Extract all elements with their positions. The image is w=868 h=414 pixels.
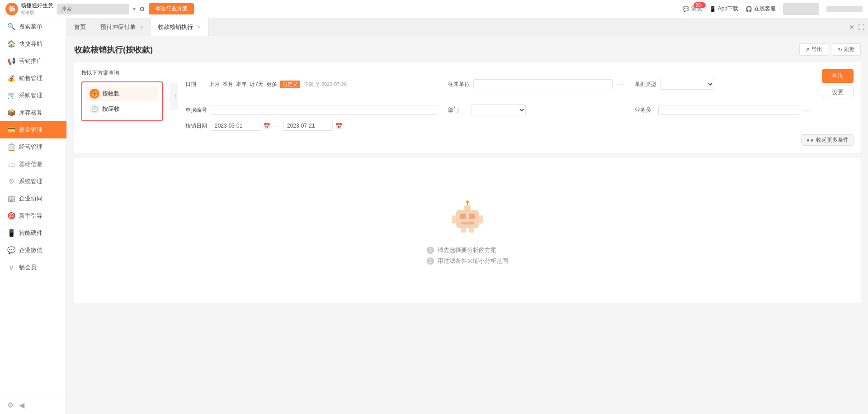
gear-icon[interactable]: ⚙ <box>139 5 145 13</box>
query-btn[interactable]: 查询 <box>822 69 854 83</box>
empty-illustration <box>447 196 488 239</box>
calendar-start-icon[interactable]: 📅 <box>263 123 270 129</box>
sidebar-item-label: 系统管理 <box>19 177 42 186</box>
filter-rows: 日期 上月 本月 本年 近7天 更多 自定义 不限 至 2023-07-26 <box>185 69 854 131</box>
sidebar-item-basic-info[interactable]: 🗃 基础信息 <box>0 156 66 173</box>
docno-input[interactable] <box>211 105 437 115</box>
tab-home[interactable]: 首页 <box>67 18 93 36</box>
sidebar-item-sales[interactable]: 💰 销售管理 <box>0 70 66 87</box>
sidebar-item-label: 库存核算 <box>19 109 42 117</box>
filter-counterpart-field: 往来单位 ··· <box>448 79 624 89</box>
filter-row-3: 核销日期 📅 — 📅 <box>185 121 854 131</box>
date-opt-7days[interactable]: 近7天 <box>250 81 264 88</box>
collapse-icon[interactable]: ◀ <box>19 401 24 409</box>
brand-icon: 畅 <box>5 3 18 15</box>
sidebar-item-marketing[interactable]: 📢 营销推广 <box>0 52 66 70</box>
system-icon: ⚙ <box>7 177 15 186</box>
setting-btn[interactable]: 设置 <box>822 86 854 99</box>
sidebar-item-purchase[interactable]: 🛒 采购管理 <box>0 87 66 104</box>
search-icon: 🔍 <box>7 23 15 31</box>
svg-rect-0 <box>456 210 479 228</box>
topbar-right: 💬 消息 99+ 📱 App下载 🎧 在线客服 <box>683 3 863 15</box>
receivable-icon: 🕐 <box>90 104 99 114</box>
topbar-left: 畅 畅捷通好生意 标准版 ▾ ⚙ 体验行业方案 <box>5 2 194 16</box>
collapse-more-btn[interactable]: ∧∧ 收起更多条件 <box>801 134 854 146</box>
query-actions: 查询 设置 <box>822 69 854 99</box>
date-separator: — <box>273 122 280 130</box>
staff-input[interactable] <box>658 105 799 115</box>
date-opt-last-month[interactable]: 上月 <box>209 81 220 88</box>
svg-rect-1 <box>460 214 466 219</box>
marketing-icon: 📢 <box>7 57 15 65</box>
tab-prepay[interactable]: 预付冲应付单 × <box>93 18 151 36</box>
app-download-btn[interactable]: 📱 App下载 <box>709 5 738 13</box>
online-service-btn[interactable]: 🎧 在线客服 <box>745 5 776 13</box>
refresh-btn[interactable]: ↻ 刷新 <box>832 43 861 56</box>
tab-close-all-icon[interactable]: ✕ <box>849 24 854 31</box>
empty-step2-label: 用过滤条件来缩小分析范围 <box>438 257 508 265</box>
inventory-icon: 📦 <box>7 109 15 117</box>
empty-step-1: 1 请先选择要分析的方案 <box>427 246 496 254</box>
export-btn[interactable]: ↗ 导出 <box>799 43 828 56</box>
filter-row-2: 单据编号 部门 业务员 ··· <box>185 105 854 115</box>
service-icon: 🎧 <box>745 6 752 12</box>
sidebar-item-label: 基础信息 <box>19 160 42 168</box>
empty-text: 1 请先选择要分析的方案 2 用过滤条件来缩小分析范围 <box>427 246 508 265</box>
date-opt-custom[interactable]: 自定义 <box>280 81 300 88</box>
tab-collection[interactable]: 收款核销执行 × <box>151 18 208 36</box>
doctype-select[interactable] <box>660 79 714 90</box>
refresh-icon: ↻ <box>838 47 842 53</box>
filter-option-receipt[interactable]: 💰 按收款 <box>86 86 158 101</box>
staff-dots[interactable]: ··· <box>803 106 811 114</box>
wechat-icon: 💬 <box>7 246 15 254</box>
filter-option-receivable[interactable]: 🕐 按应收 <box>86 101 158 117</box>
sales-icon: 💰 <box>7 74 15 82</box>
search-input[interactable] <box>57 4 129 14</box>
filter-writeoff-date-field: 核销日期 📅 — 📅 <box>185 121 854 131</box>
sidebar-item-beginner[interactable]: 🎯 新手引导 <box>0 207 66 224</box>
counterpart-dots[interactable]: ··· <box>616 81 624 88</box>
message-btn[interactable]: 💬 消息 99+ <box>683 5 702 13</box>
refresh-label: 刷新 <box>844 46 855 53</box>
tab-expand-icon[interactable]: ⛶ <box>858 24 864 31</box>
date-opt-this-year[interactable]: 本年 <box>236 81 247 88</box>
chevron-down-icon[interactable]: ▾ <box>133 6 136 12</box>
calendar-end-icon[interactable]: 📅 <box>335 123 343 129</box>
settings-icon[interactable]: ⚙ <box>7 401 14 409</box>
tab-collection-label: 收款核销执行 <box>158 23 193 31</box>
beginner-icon: 🎯 <box>7 212 15 220</box>
dept-select[interactable] <box>472 105 526 115</box>
sidebar-item-search[interactable]: 🔍 搜索菜单 <box>0 18 66 35</box>
tab-collection-close[interactable]: × <box>198 24 200 30</box>
step-num-1: 1 <box>427 247 434 254</box>
message-badge: 99+ <box>693 2 706 8</box>
tab-prepay-close[interactable]: × <box>140 24 143 30</box>
sidebar-item-hardware[interactable]: 📱 智能硬件 <box>0 224 66 242</box>
step-num-2: 2 <box>427 257 434 265</box>
sidebar-item-inventory[interactable]: 📦 库存核算 <box>0 104 66 121</box>
svg-rect-9 <box>461 228 466 233</box>
filter-collapse-btn[interactable]: 《 <box>170 83 178 110</box>
writeoff-start-input[interactable] <box>211 121 260 131</box>
date-opt-this-month[interactable]: 本月 <box>222 81 233 88</box>
doctype-label: 单据类型 <box>635 81 656 88</box>
sidebar-item-member[interactable]: V 畅会员 <box>0 259 66 276</box>
sidebar-item-quick-nav[interactable]: 🏠 快捷导航 <box>0 35 66 52</box>
sidebar-item-label: 采购管理 <box>19 91 42 100</box>
date-opt-more[interactable]: 更多 <box>266 81 277 88</box>
sidebar-item-operations[interactable]: 📋 经营管理 <box>0 138 66 156</box>
page-title: 收款核销执行(按收款) <box>74 44 153 55</box>
industry-btn[interactable]: 体验行业方案 <box>149 3 194 14</box>
sidebar-item-funds[interactable]: 💳 资金管理 <box>0 121 66 138</box>
filter-date-field: 日期 上月 本月 本年 近7天 更多 自定义 不限 至 2023-07-26 <box>185 81 437 88</box>
counterpart-input[interactable] <box>473 79 613 89</box>
sidebar-item-enterprise[interactable]: 🏢 企业协同 <box>0 190 66 207</box>
counterpart-label: 往来单位 <box>448 81 470 88</box>
content-area: 首页 预付冲应付单 × 收款核销执行 × ✕ ⛶ 收款核销执行(按收款) ↗ <box>67 18 868 414</box>
tab-bar-actions: ✕ ⛶ <box>845 24 868 31</box>
sidebar-item-label: 新手引导 <box>19 212 42 220</box>
writeoff-end-input[interactable] <box>283 121 333 131</box>
sidebar-item-wechat[interactable]: 💬 企业微信 <box>0 242 66 259</box>
empty-step-2: 2 用过滤条件来缩小分析范围 <box>427 257 508 265</box>
sidebar-item-system[interactable]: ⚙ 系统管理 <box>0 173 66 190</box>
